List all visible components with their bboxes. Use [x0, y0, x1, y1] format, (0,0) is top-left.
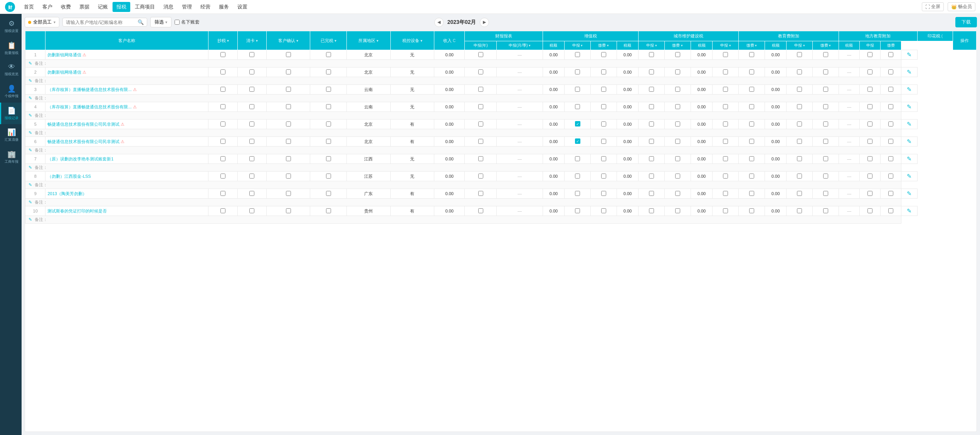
table-row: 5 畅捷通信息技术股份有限公司民非测试 ⚠ 北京 有 0.00 — 0.00 ✓… — [25, 120, 977, 129]
company-name[interactable]: （库存核算）直播畅捷通信息技术股份有限... ⚠ — [47, 87, 206, 93]
sidebar-item-5[interactable]: 📊汇算清缴 — [0, 124, 22, 146]
note-row: ✎ 备注： — [25, 199, 977, 206]
th-edu: 教育费附加 — [739, 31, 839, 41]
sidebar-icon-6: 🏢 — [7, 150, 16, 158]
edit-note-icon[interactable]: ✎ — [29, 200, 32, 204]
nav-item-管理[interactable]: 管理 — [178, 2, 196, 12]
note-row: ✎ 备注： — [25, 147, 977, 154]
date-nav: ◀ 2023年02月 ▶ — [434, 18, 489, 27]
th-vat-pay: 缴费 ▾ — [590, 41, 617, 50]
edit-icon[interactable]: ✎ — [907, 121, 912, 127]
th-vat: 增值税 — [543, 31, 639, 41]
company-name[interactable]: 畅捷通信息技术股份有限公司民非测试 ⚠ — [47, 121, 206, 127]
sidebar-icon-2: 👁 — [8, 63, 15, 71]
sidebar-item-3[interactable]: 👤个税申报 — [0, 81, 22, 103]
th-num — [25, 31, 45, 50]
edit-note-icon[interactable]: ✎ — [29, 165, 32, 170]
table-wrapper: 客户名称 抄税 ▾ 清卡 ▾ 客户确认 ▾ 已完税 ▾ 所属地区 ▾ 税控设备 … — [25, 30, 977, 432]
name-list-toggle[interactable]: 名下账套 — [175, 19, 200, 25]
edit-note-icon[interactable]: ✎ — [29, 130, 32, 135]
edit-note-icon[interactable]: ✎ — [29, 96, 32, 100]
th-confirm: 客户确认 ▾ — [266, 31, 310, 50]
th-action: 操作 — [953, 31, 976, 50]
table-row: 1 勿删新锐网络通信 ⚠ 北京 无 0.00 — 0.00 0.00 0.00 … — [25, 50, 977, 60]
edit-icon[interactable]: ✎ — [907, 138, 912, 145]
sidebar-label-0: 报税设置 — [5, 29, 18, 34]
edit-note-icon[interactable]: ✎ — [29, 61, 32, 66]
edit-icon[interactable]: ✎ — [907, 190, 912, 197]
nav-item-设置[interactable]: 设置 — [234, 2, 251, 12]
sidebar-icon-1: 📋 — [7, 41, 16, 50]
th-local-pay: 缴费 ▾ — [813, 41, 839, 50]
top-nav: 财 首页客户收费票据记账报税工商项目消息管理经营服务设置 ⛶ 全屏 👑 畅会员 — [0, 0, 980, 14]
company-name[interactable]: （库存核算）直播畅捷通信息技术股份有限... ⚠ — [47, 104, 206, 110]
sidebar-label-3: 个税申报 — [5, 94, 18, 99]
edit-note-icon[interactable]: ✎ — [29, 182, 32, 187]
company-name[interactable]: （勿删）江西股金-LSS — [47, 174, 206, 179]
employee-label: 全部员工 — [33, 19, 52, 25]
header-row-1: 客户名称 抄税 ▾ 清卡 ▾ 客户确认 ▾ 已完税 ▾ 所属地区 ▾ 税控设备 … — [25, 31, 977, 41]
th-stamp-pay: 缴费 — [881, 41, 901, 50]
fullscreen-btn[interactable]: ⛶ 全屏 — [922, 2, 944, 11]
company-name[interactable]: 畅捷通信息技术股份有限公司民非测试 ⚠ — [47, 139, 206, 145]
nav-item-客户[interactable]: 客户 — [39, 2, 56, 12]
sidebar-icon-5: 📊 — [7, 128, 16, 137]
nav-item-票据[interactable]: 票据 — [76, 2, 93, 12]
prev-month-btn[interactable]: ◀ — [434, 18, 444, 27]
nav-item-工商项目[interactable]: 工商项目 — [131, 2, 159, 12]
edit-icon[interactable]: ✎ — [907, 103, 912, 110]
nav-item-消息[interactable]: 消息 — [160, 2, 177, 12]
edit-note-icon[interactable]: ✎ — [29, 148, 32, 152]
page-content: 全部员工 ▾ 🔍 筛选 ▾ 名下账套 ◀ 2023年02月 — [22, 14, 980, 435]
download-btn[interactable]: 下载 — [955, 17, 977, 27]
th-edu-apply: 申报 ▾ — [713, 41, 739, 50]
company-name[interactable]: （原）误删勿改李艳冬测试账套新1 — [47, 156, 206, 162]
company-name[interactable]: 测试斯春的凭证打印的时候是否 — [47, 208, 206, 214]
name-list-checkbox[interactable] — [175, 20, 180, 25]
th-edu-amount: 税额 — [691, 41, 713, 50]
member-btn[interactable]: 👑 畅会员 — [948, 2, 975, 11]
employee-dot — [28, 21, 31, 24]
edit-icon[interactable]: ✎ — [907, 207, 912, 214]
nav-item-报税[interactable]: 报税 — [113, 2, 130, 12]
sidebar-item-6[interactable]: 🏢工商年报 — [0, 146, 22, 168]
edit-icon[interactable]: ✎ — [907, 51, 912, 58]
edit-icon[interactable]: ✎ — [907, 155, 912, 162]
nav-items: 首页客户收费票据记账报税工商项目消息管理经营服务设置 — [20, 2, 922, 12]
edit-icon[interactable]: ✎ — [907, 173, 912, 179]
company-name[interactable]: 勿删新锐网络通信 ⚠ — [47, 52, 206, 58]
nav-item-服务[interactable]: 服务 — [215, 2, 233, 12]
sidebar-item-4[interactable]: 📄报税记录 — [0, 103, 22, 125]
company-name[interactable]: 勿删新锐网络通信 ⚠ — [47, 69, 206, 75]
nav-item-首页[interactable]: 首页 — [20, 2, 38, 12]
nav-item-经营[interactable]: 经营 — [197, 2, 214, 12]
edit-icon[interactable]: ✎ — [907, 86, 912, 93]
search-input[interactable] — [66, 20, 138, 25]
sidebar-item-1[interactable]: 📋批量报税 — [0, 37, 22, 59]
table-row: 7 （原）误删勿改李艳冬测试账套新1 江西 无 0.00 — 0.00 0.00… — [25, 154, 977, 164]
nav-item-收费[interactable]: 收费 — [57, 2, 75, 12]
sidebar-item-2[interactable]: 👁报税览览 — [0, 59, 22, 81]
th-city-apply: 申报 ▾ — [639, 41, 665, 50]
sidebar-icon-3: 👤 — [7, 84, 16, 93]
edit-note-icon[interactable]: ✎ — [29, 78, 32, 83]
sidebar-item-0[interactable]: ⚙报税设置 — [0, 15, 22, 37]
th-local-amount: 税额 — [765, 41, 787, 50]
note-row: ✎ 备注： — [25, 164, 977, 172]
th-city-pay: 缴费 ▾ — [665, 41, 691, 50]
company-name[interactable]: 2013（陶美芳勿删） — [47, 191, 206, 197]
nav-item-记账[interactable]: 记账 — [94, 2, 112, 12]
brand-logo: 财 — [5, 2, 15, 12]
search-box[interactable]: 🔍 — [62, 18, 147, 27]
filter-caret-icon: ▾ — [165, 20, 167, 24]
filter-btn[interactable]: 筛选 ▾ — [150, 17, 171, 27]
edit-note-icon[interactable]: ✎ — [29, 217, 32, 222]
th-device: 税控设备 ▾ — [390, 31, 434, 50]
edit-icon[interactable]: ✎ — [907, 69, 912, 75]
fullscreen-label: 全屏 — [931, 3, 940, 10]
name-list-label: 名下账套 — [181, 19, 200, 25]
next-month-btn[interactable]: ▶ — [480, 18, 489, 27]
edit-note-icon[interactable]: ✎ — [29, 113, 32, 118]
note-row: ✎ 备注： — [25, 216, 977, 224]
employee-select[interactable]: 全部员工 ▾ — [25, 17, 59, 27]
